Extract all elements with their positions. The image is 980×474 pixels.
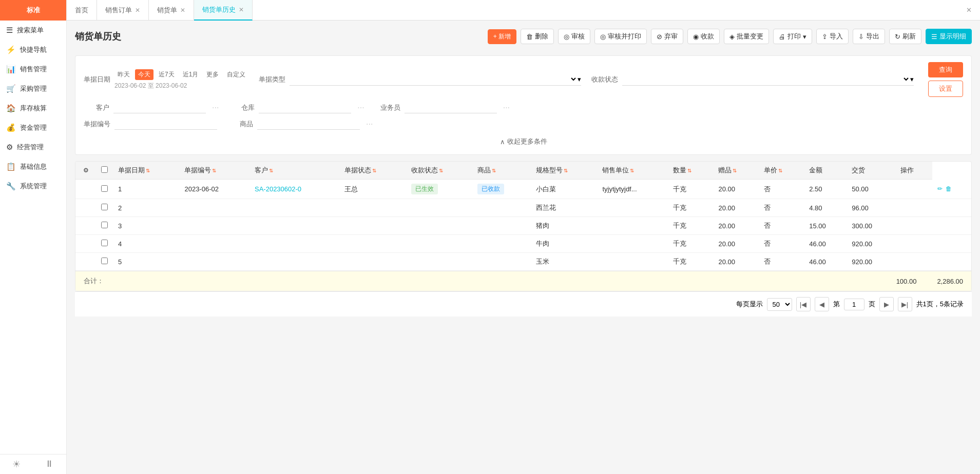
warehouse-dots[interactable]: ··· <box>357 103 364 112</box>
table-row: 3 猪肉 千克 20.00 否 15.00 300.00 <box>75 217 971 235</box>
col-sales-unit[interactable]: 销售单位⇅ <box>597 162 668 180</box>
row-checkbox-cell[interactable] <box>96 235 113 253</box>
show-detail-button[interactable]: ☰ 显示明细 <box>926 29 972 44</box>
row-checkbox-cell[interactable] <box>96 199 113 217</box>
row-doc-number[interactable] <box>249 253 339 271</box>
sidebar-item-finance-mgmt[interactable]: 💰 资金管理 <box>0 118 66 137</box>
row-checkbox-cell[interactable] <box>96 217 113 235</box>
next-page-button[interactable]: ▶ <box>879 297 894 311</box>
row-checkbox-cell[interactable] <box>96 253 113 271</box>
page-number-input[interactable] <box>844 299 864 310</box>
delete-button[interactable]: 🗑 删除 <box>521 29 554 44</box>
tab-sales-history[interactable]: 销货单历史 ✕ <box>194 0 253 21</box>
row-checkbox[interactable] <box>101 185 108 192</box>
sidebar-item-basic-info[interactable]: 📋 基础信息 <box>0 157 66 176</box>
sidebar-item-stock-calc[interactable]: 🏠 库存核算 <box>0 98 66 118</box>
row-doc-number[interactable]: SA-20230602-0 <box>249 180 339 199</box>
tab-close-all[interactable]: ✕ <box>966 6 980 14</box>
warehouse-input[interactable] <box>259 102 351 113</box>
col-settings[interactable]: ⚙ <box>75 162 96 180</box>
goods-label: 商品 <box>227 120 253 129</box>
date-tab-yesterday[interactable]: 昨天 <box>114 69 133 80</box>
refresh-button[interactable]: ↻ 刷新 <box>889 29 921 44</box>
audit-print-button[interactable]: ◎ 审核并打印 <box>594 29 647 44</box>
tab-sales-goods-close[interactable]: ✕ <box>180 7 185 14</box>
salesperson-dots[interactable]: ··· <box>503 103 510 112</box>
total-records: 共1页，5条记录 <box>916 300 964 309</box>
customer-input[interactable] <box>113 102 206 113</box>
row-gift: 否 <box>759 217 804 235</box>
settings-button[interactable]: 设置 <box>928 81 963 97</box>
tab-sales-goods[interactable]: 销货单 ✕ <box>149 0 194 21</box>
row-checkbox[interactable] <box>101 222 108 228</box>
row-doc-number[interactable] <box>249 199 339 217</box>
col-doc-status[interactable]: 单据状态⇅ <box>339 162 406 180</box>
col-quantity[interactable]: 数量⇅ <box>668 162 713 180</box>
sidebar-item-sales-mgmt[interactable]: 📊 销售管理 <box>0 60 66 79</box>
first-page-button[interactable]: |◀ <box>796 297 811 311</box>
print-button[interactable]: 🖨 打印 ▾ <box>773 29 812 44</box>
row-doc-number[interactable] <box>249 235 339 253</box>
goods-input[interactable] <box>257 118 360 130</box>
sidebar-item-ops-mgmt[interactable]: ⚙ 经营管理 <box>0 137 66 157</box>
col-spec-type[interactable]: 规格型号⇅ <box>531 162 597 180</box>
col-doc-date[interactable]: 单据日期⇅ <box>113 162 179 180</box>
delete-action[interactable]: 🗑 <box>946 185 952 192</box>
salesperson-input[interactable] <box>405 102 497 113</box>
export-button[interactable]: ⇩ 导出 <box>853 29 885 44</box>
per-page-select[interactable]: 50 <box>767 298 792 311</box>
date-tab-custom[interactable]: 自定义 <box>224 69 248 80</box>
select-all-checkbox[interactable] <box>101 166 108 173</box>
row-amount: 920.00 <box>847 235 895 253</box>
doc-number-input[interactable] <box>114 118 217 130</box>
filter-doc-type: 单据类型 ▾ <box>259 73 581 86</box>
customer-dots[interactable]: ··· <box>212 103 219 112</box>
row-checkbox-cell[interactable] <box>96 180 113 199</box>
sidebar-item-quick-nav[interactable]: ⚡ 快捷导航 <box>0 40 66 60</box>
query-button[interactable]: 查询 <box>928 62 963 77</box>
date-tab-1month[interactable]: 近1月 <box>180 69 202 80</box>
new-button[interactable]: + 新增 <box>488 29 516 44</box>
tab-sales-order-close[interactable]: ✕ <box>135 7 140 14</box>
date-tab-today[interactable]: 今天 <box>135 69 153 80</box>
summary-values: 100.00 2,286.00 <box>568 278 963 285</box>
tab-home[interactable]: 首页 <box>67 0 97 21</box>
row-checkbox[interactable] <box>101 258 108 264</box>
tab-sales-order[interactable]: 销售订单 ✕ <box>97 0 149 21</box>
sidebar-item-search-menu[interactable]: ☰ 搜索菜单 <box>0 21 66 40</box>
edit-action[interactable]: ✏ <box>937 185 943 192</box>
audit-button[interactable]: ◎ 审核 <box>558 29 590 44</box>
collect-button[interactable]: ◉ 收款 <box>687 29 720 44</box>
col-unit-price[interactable]: 单价⇅ <box>759 162 804 180</box>
col-checkbox[interactable] <box>96 162 113 180</box>
col-gift[interactable]: 赠品⇅ <box>713 162 758 180</box>
filter-customer: 客户 ··· <box>84 102 219 113</box>
batch-change-button[interactable]: ◈ 批量变更 <box>724 29 769 44</box>
date-tab-7days[interactable]: 近7天 <box>156 69 178 80</box>
sidebar-bottom-btn-2[interactable]: ⏸ <box>45 459 54 470</box>
tab-sales-history-close[interactable]: ✕ <box>239 6 244 13</box>
collapse-button[interactable]: ∧ 收起更多条件 <box>84 135 963 148</box>
sidebar-item-sys-mgmt[interactable]: 🔧 系统管理 <box>0 176 66 196</box>
collect-status-select[interactable] <box>622 73 910 85</box>
sidebar-bottom-btn-1[interactable]: ☀ <box>12 459 21 470</box>
tab-sales-history-label: 销货单历史 <box>202 5 236 14</box>
sidebar-item-purchase-mgmt[interactable]: 🛒 采购管理 <box>0 79 66 98</box>
prev-page-button[interactable]: ◀ <box>815 297 829 311</box>
import-button[interactable]: ⇪ 导入 <box>816 29 849 44</box>
col-collect-status[interactable]: 收款状态⇅ <box>406 162 472 180</box>
col-doc-number[interactable]: 单据编号⇅ <box>179 162 249 180</box>
last-page-button[interactable]: ▶| <box>898 297 912 311</box>
abandon-button[interactable]: ⊘ 弃审 <box>651 29 683 44</box>
col-goods[interactable]: 商品⇅ <box>472 162 531 180</box>
goods-dots[interactable]: ··· <box>366 120 373 129</box>
row-checkbox[interactable] <box>101 240 108 246</box>
print-icon: 🖨 <box>779 33 785 41</box>
row-checkbox[interactable] <box>101 204 108 210</box>
date-tab-more[interactable]: 更多 <box>203 69 222 80</box>
col-customer[interactable]: 客户⇅ <box>249 162 339 180</box>
doc-type-select[interactable] <box>290 73 578 85</box>
row-settings <box>75 235 96 253</box>
row-doc-number[interactable] <box>249 217 339 235</box>
row-doc-date <box>179 217 249 235</box>
